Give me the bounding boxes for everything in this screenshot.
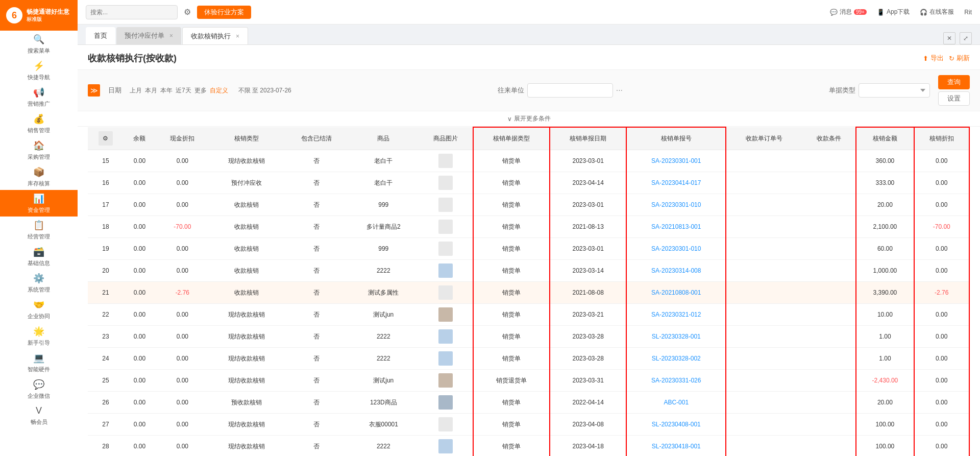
bill-type-filter: 单据类型 [829,83,930,98]
row-goods: 2222 [348,260,419,282]
row-bill-date: 2023-03-01 [550,194,626,216]
sidebar-item-sales[interactable]: 💰销售管理 [0,110,78,137]
partner-input[interactable] [527,83,613,98]
tab-prepay-close[interactable]: × [169,32,173,39]
row-bill-date: 2021-08-13 [550,216,626,238]
row-bill-no[interactable]: SA-20210808-001 [626,282,726,304]
col-goods-header: 商品 [348,127,419,150]
topbar-search[interactable] [86,5,178,19]
tab-receipt[interactable]: 收款核销执行 × [182,27,248,44]
col-type-header: 核销类型 [209,127,284,150]
query-button[interactable]: 查询 [938,75,970,89]
expand-more-btn[interactable]: ∨ 展开更多条件 [507,114,551,123]
app-download-item[interactable]: 📱 App下载 [877,8,910,16]
sidebar-item-guide[interactable]: 🌟新手引导 [0,323,78,349]
row-writeoff-discount: -2.76 [914,282,969,304]
row-type: 现结收款核销 [209,370,284,392]
row-condition [802,326,856,348]
sidebar-item-marketing[interactable]: 📢营销推广 [0,84,78,110]
tab-prepay[interactable]: 预付冲应付单 × [116,27,181,44]
date-last-7days[interactable]: 近7天 [176,86,191,95]
partner-filter: 往来单位 ··· [300,83,821,98]
system-icon: ⚙️ [33,273,44,284]
sidebar-item-finance[interactable]: 📊资金管理 [0,190,78,217]
col-settings-header[interactable]: ⚙ [88,127,124,150]
row-bill-date: 2023-03-28 [550,348,626,370]
row-bill-type: 销货单 [473,194,550,216]
row-id: 26 [88,392,124,414]
sidebar-item-search[interactable]: 🔍搜索菜单 [0,31,78,57]
export-button[interactable]: ⬆ 导出 [923,54,944,63]
row-amount: 20.00 [856,194,914,216]
row-bill-no[interactable]: SA-20230301-001 [626,150,726,172]
row-condition [802,348,856,370]
maximize-window-btn[interactable]: ⤢ [960,32,972,44]
col-discount-header: 现金折扣 [156,127,209,150]
filter-settings-button[interactable]: 设置 [938,91,970,106]
row-bill-no[interactable]: SL-20230328-002 [626,348,726,370]
sidebar-item-collab[interactable]: 🤝企业协同 [0,296,78,323]
sidebar-item-shortcut[interactable]: ⚡快捷导航 [0,57,78,84]
sidebar-item-operations[interactable]: 📋经营管理 [0,217,78,243]
col-order-no-header: 收款单订单号 [726,127,802,150]
row-bill-no[interactable]: ABC-001 [626,392,726,414]
row-img [419,326,473,348]
sidebar-item-inventory[interactable]: 📦库存核算 [0,163,78,190]
user-avatar-item[interactable]: Rit [964,9,972,16]
row-bill-no[interactable]: SL-20230418-001 [626,436,726,457]
date-this-month[interactable]: 本月 [145,86,157,95]
row-amount: 1.00 [856,326,914,348]
row-bill-no[interactable]: SA-20210813-001 [626,216,726,238]
row-bill-no[interactable]: SL-20230328-001 [626,326,726,348]
table-row: 27 0.00 0.00 现结收款核销 否 衣服00001 销货单 2023-0… [88,414,969,436]
row-bill-no[interactable]: SA-20230314-008 [626,260,726,282]
row-bill-date: 2022-04-14 [550,392,626,414]
bill-type-select[interactable] [859,83,930,98]
sidebar-item-wechat[interactable]: 💬企业微信 [0,376,78,402]
row-bill-no[interactable]: SA-20230301-010 [626,238,726,260]
basic-icon: 🗃️ [33,246,44,257]
message-icon: 💬 [830,9,838,16]
tab-home[interactable]: 首页 [86,27,115,44]
sidebar-item-basic[interactable]: 🗃️基础信息 [0,243,78,270]
sidebar-label-inventory: 库存核算 [28,180,50,187]
row-balance: 0.00 [124,172,156,194]
settings-icon[interactable]: ⚙ [184,7,191,17]
row-amount: 10.00 [856,304,914,326]
row-condition [802,370,856,392]
sidebar-item-purchase[interactable]: 🏠采购管理 [0,137,78,163]
sidebar-item-hardware[interactable]: 💻智能硬件 [0,349,78,376]
row-order-no [726,414,802,436]
table-row: 24 0.00 0.00 现结收款核销 否 2222 销货单 2023-03-2… [88,348,969,370]
sidebar-label-marketing: 营销推广 [28,100,50,108]
close-window-btn[interactable]: ✕ [943,32,955,44]
online-service-item[interactable]: 🎧 在线客服 [920,8,954,16]
row-type: 收款核销 [209,216,284,238]
sidebar-item-system[interactable]: ⚙️系统管理 [0,270,78,296]
solution-button[interactable]: 休验行业方案 [197,6,251,19]
row-bill-no[interactable]: SA-20230331-026 [626,370,726,392]
row-bill-no[interactable]: SA-20230301-010 [626,194,726,216]
wechat-icon: 💬 [33,379,44,390]
finance-icon: 📊 [33,193,44,204]
message-icon-item[interactable]: 💬 消息 99+ [830,8,867,16]
row-balance: 0.00 [124,304,156,326]
row-balance: 0.00 [124,436,156,457]
row-id: 16 [88,172,124,194]
filter-toggle-btn[interactable]: ≫ [88,84,100,97]
row-condition [802,436,856,457]
date-last-month[interactable]: 上月 [130,86,142,95]
row-bill-no[interactable]: SL-20230408-001 [626,414,726,436]
row-bill-no[interactable]: SA-20230321-012 [626,304,726,326]
date-custom[interactable]: 自定义 [210,86,228,95]
date-label: 日期 [108,86,121,95]
date-this-year[interactable]: 本年 [160,86,173,95]
refresh-button[interactable]: ↻ 刷新 [949,54,970,63]
chevron-down-icon: ∨ [507,115,512,123]
date-more[interactable]: 更多 [194,86,207,95]
row-condition [802,304,856,326]
partner-dots[interactable]: ··· [616,86,623,95]
sidebar-item-member[interactable]: V畅会员 [0,402,78,429]
row-bill-no[interactable]: SA-20230414-017 [626,172,726,194]
tab-receipt-close[interactable]: × [236,33,239,40]
